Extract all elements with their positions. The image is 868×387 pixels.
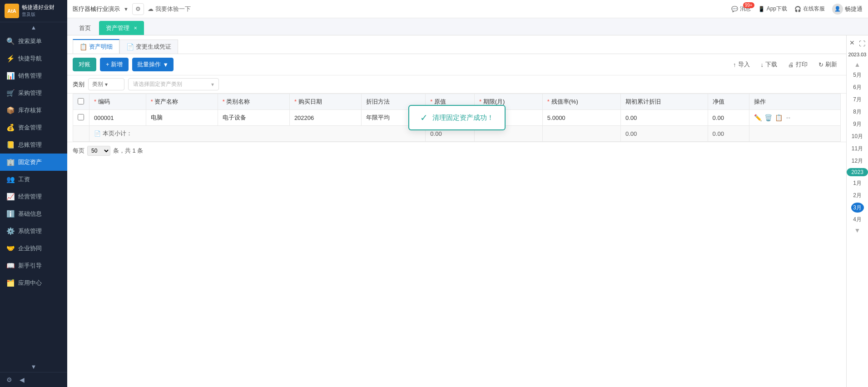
topbar-right: 💬 消息 99+ 📱 App下载 🎧 在线客服 👤 畅捷通 bbox=[731, 4, 863, 15]
logo-area: AtA 畅捷通好业财 普及版 bbox=[0, 0, 67, 22]
sidebar-item-inventory[interactable]: 📦 库存核算 bbox=[0, 102, 67, 119]
th-initial-accumulated: 期初累计折旧 bbox=[620, 94, 708, 110]
month-9[interactable]: 9月 bbox=[847, 119, 868, 129]
panel-scroll-up[interactable]: ▲ bbox=[854, 61, 861, 68]
sales-icon: 📊 bbox=[6, 72, 15, 80]
subtotal-label: 📄 本页小计： bbox=[89, 126, 426, 142]
pagination: 每页 50 100 条，共 1 条 bbox=[67, 142, 846, 159]
sidebar-label-system: 系统管理 bbox=[18, 227, 42, 235]
sidebar-item-quicknav[interactable]: ⚡ 快捷导航 bbox=[0, 50, 67, 67]
sidebar-item-payroll[interactable]: 👥 工资 bbox=[0, 171, 67, 188]
month-8[interactable]: 8月 bbox=[847, 107, 868, 117]
sidebar-item-sales[interactable]: 📊 销售管理 bbox=[0, 67, 67, 84]
topbar: 医疗器械行业演示 ▼ ⚙ ☁ 我要体验一下 💬 消息 99+ 📱 App下载 🎧… bbox=[67, 0, 868, 18]
month-5[interactable]: 5月 bbox=[847, 70, 868, 80]
appcenter-icon: 🗂️ bbox=[6, 279, 15, 287]
settings-bottom-icon[interactable]: ⚙ bbox=[6, 376, 12, 383]
message-btn[interactable]: 💬 消息 99+ bbox=[731, 5, 751, 13]
per-page-select[interactable]: 50 100 bbox=[87, 146, 110, 156]
import-icon: ↑ bbox=[733, 61, 736, 68]
month-10[interactable]: 10月 bbox=[847, 131, 868, 142]
download-btn[interactable]: ↓ 下载 bbox=[757, 58, 781, 71]
username: 畅捷通 bbox=[845, 5, 863, 13]
delete-icon[interactable]: 🗑️ bbox=[764, 114, 772, 121]
sidebar-scroll-down[interactable]: ▼ bbox=[0, 362, 67, 372]
edit-icon[interactable]: ✏️ bbox=[754, 114, 762, 121]
sidebar-label-operations: 经营管理 bbox=[18, 193, 42, 201]
sidebar-label-search: 搜索菜单 bbox=[18, 37, 42, 45]
th-checkbox bbox=[73, 94, 89, 110]
sub-tab-asset-detail[interactable]: 📋 资产明细 bbox=[73, 39, 119, 54]
sidebar-item-operations[interactable]: 📈 经营管理 bbox=[0, 188, 67, 205]
category-input[interactable]: 请选择固定资产类别 ▾ bbox=[128, 78, 219, 90]
month-7[interactable]: 7月 bbox=[847, 94, 868, 105]
new-btn[interactable]: + 新增 bbox=[100, 58, 129, 71]
category-select[interactable]: 类别 ▾ bbox=[88, 78, 124, 90]
sidebar-label-purchase: 采购管理 bbox=[18, 89, 42, 97]
more-icon[interactable]: ↔ bbox=[785, 114, 792, 121]
copy-icon[interactable]: 📋 bbox=[775, 114, 783, 121]
print-btn[interactable]: 🖨 打印 bbox=[784, 58, 811, 71]
reconcile-btn[interactable]: 对账 bbox=[73, 58, 96, 71]
total-text: 条，共 1 条 bbox=[113, 147, 143, 155]
tab-asset-management[interactable]: 资产管理 × bbox=[99, 21, 144, 35]
sidebar-item-purchase[interactable]: 🛒 采购管理 bbox=[0, 84, 67, 102]
msg-icon: 💬 bbox=[731, 6, 738, 12]
month-3-current[interactable]: 3月 bbox=[851, 203, 864, 213]
user-btn[interactable]: 👤 畅捷通 bbox=[832, 4, 863, 15]
experience-btn[interactable]: ☁ 我要体验一下 bbox=[148, 5, 191, 13]
operations-icon: 📈 bbox=[6, 193, 15, 201]
batch-dropdown-icon: ▼ bbox=[163, 61, 169, 68]
download-toolbar-icon: ↓ bbox=[761, 61, 764, 68]
sidebar-item-ledger[interactable]: 📒 总账管理 bbox=[0, 136, 67, 154]
category-select-arrow: ▾ bbox=[105, 81, 108, 88]
company-dropdown-icon[interactable]: ▼ bbox=[124, 6, 129, 12]
collapse-icon[interactable]: ◀ bbox=[20, 376, 25, 383]
month-4[interactable]: 4月 bbox=[847, 214, 868, 225]
sidebar-item-search[interactable]: 🔍 搜索菜单 bbox=[0, 33, 67, 50]
sidebar-item-guide[interactable]: 📖 新手引导 bbox=[0, 257, 67, 274]
table-wrap: 编码 资产名称 类别名称 购买日期 折旧方法 原值 期限(月) 残值率(%) 期… bbox=[67, 94, 846, 142]
tab-close-icon[interactable]: × bbox=[134, 25, 137, 31]
per-page-label: 每页 bbox=[73, 147, 84, 155]
sidebar-item-fixed-assets[interactable]: 🏢 固定资产 bbox=[0, 154, 67, 171]
month-6[interactable]: 6月 bbox=[847, 82, 868, 93]
select-all-checkbox[interactable] bbox=[78, 98, 84, 104]
tab-home[interactable]: 首页 bbox=[73, 21, 97, 35]
filter-row: 类别 类别 ▾ 请选择固定资产类别 ▾ bbox=[67, 75, 846, 94]
refresh-btn[interactable]: ↻ 刷新 bbox=[815, 58, 841, 71]
topbar-settings-btn[interactable]: ⚙ bbox=[132, 3, 144, 15]
search-icon: 🔍 bbox=[6, 37, 15, 45]
panel-scroll-down[interactable]: ▼ bbox=[854, 227, 861, 234]
batch-ops-btn[interactable]: 批量操作 ▼ bbox=[132, 58, 174, 71]
guide-icon: 📖 bbox=[6, 262, 15, 270]
row-checkbox[interactable] bbox=[78, 114, 84, 120]
year-2023[interactable]: 2023 bbox=[847, 168, 868, 176]
month-1[interactable]: 1月 bbox=[847, 178, 868, 189]
logo-text-area: 畅捷通好业财 普及版 bbox=[22, 4, 55, 18]
td-category: 电子设备 bbox=[218, 110, 289, 126]
sidebar-item-enterprise[interactable]: 🤝 企业协同 bbox=[0, 240, 67, 257]
enterprise-icon: 🤝 bbox=[6, 244, 15, 253]
sub-tab-change-voucher[interactable]: 📄 变更生成凭证 bbox=[119, 40, 178, 54]
month-12[interactable]: 12月 bbox=[847, 156, 868, 166]
panel-expand-btn[interactable]: ⛶ bbox=[859, 40, 865, 47]
app-download-btn[interactable]: 📱 App下载 bbox=[758, 5, 787, 13]
th-original-value: 原值 bbox=[426, 94, 475, 110]
td-original-value bbox=[426, 110, 475, 126]
panel-close-btn[interactable]: ✕ bbox=[849, 39, 855, 46]
sidebar-item-appcenter[interactable]: 🗂️ 应用中心 bbox=[0, 274, 67, 292]
sidebar-label-sales: 销售管理 bbox=[18, 72, 42, 80]
import-btn[interactable]: ↑ 导入 bbox=[729, 58, 754, 71]
company-name: 医疗器械行业演示 bbox=[73, 5, 120, 13]
sidebar-item-basicinfo[interactable]: ℹ️ 基础信息 bbox=[0, 205, 67, 223]
month-2[interactable]: 2月 bbox=[847, 190, 868, 201]
sidebar-item-funds[interactable]: 💰 资金管理 bbox=[0, 119, 67, 136]
td-action: ✏️ 🗑️ 📋 ↔ bbox=[749, 110, 840, 126]
sidebar-item-system[interactable]: ⚙️ 系统管理 bbox=[0, 223, 67, 240]
month-11[interactable]: 11月 bbox=[847, 144, 868, 154]
td-period: 60 bbox=[475, 110, 543, 126]
sidebar-scroll-up[interactable]: ▲ bbox=[0, 22, 67, 33]
online-service-btn[interactable]: 🎧 在线客服 bbox=[794, 5, 825, 13]
subtotal-action bbox=[749, 126, 840, 142]
